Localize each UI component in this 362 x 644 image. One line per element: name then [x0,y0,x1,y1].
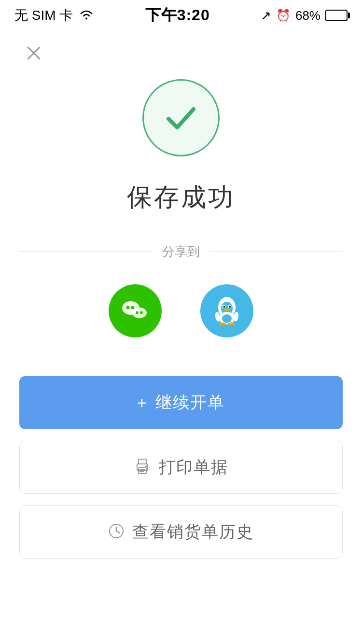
divider-left [19,252,153,252]
action-buttons: + 继续开单 打印单据 [0,376,362,559]
status-bar-left: 无 SIM 卡 [14,6,94,25]
svg-point-8 [140,311,143,314]
divider-right [209,252,343,252]
status-bar-time: 下午3:20 [145,5,210,26]
svg-point-19 [228,322,235,325]
status-bar-right: ↗ ⏰ 68% [261,8,348,23]
qq-icon [211,294,243,328]
svg-point-14 [229,306,231,308]
clock-icon [108,523,125,542]
svg-point-17 [222,314,232,323]
svg-point-5 [131,306,135,309]
svg-point-27 [145,465,147,467]
wechat-share-button[interactable] [109,284,162,337]
share-divider: 分享到 [19,243,343,260]
carrier-text: 无 SIM 卡 [14,6,73,25]
close-icon [25,44,42,62]
svg-point-7 [136,311,139,314]
share-icons-container [19,284,343,337]
svg-point-0 [85,18,87,20]
main-content: 保存成功 分享到 [0,31,362,559]
svg-line-30 [116,531,120,533]
wifi-icon [79,10,94,21]
wechat-icon [119,297,151,324]
location-icon: ↗ [261,8,271,23]
svg-point-13 [223,306,225,308]
continue-order-label: 继续开单 [155,392,225,414]
battery-icon [325,10,348,21]
svg-point-18 [219,322,226,325]
print-label: 打印单据 [159,456,228,478]
svg-point-15 [224,308,229,311]
svg-point-4 [126,306,130,309]
history-label: 查看销货单历史 [132,521,254,543]
success-title: 保存成功 [127,181,235,214]
status-bar: 无 SIM 卡 下午3:20 ↗ ⏰ 68% [0,0,362,31]
battery-percentage: 68% [295,8,320,23]
alarm-icon: ⏰ [276,9,291,22]
share-label: 分享到 [162,243,200,260]
success-circle [142,79,220,156]
checkmark-icon [162,98,200,137]
close-button[interactable] [19,39,48,68]
continue-order-button[interactable]: + 继续开单 [19,376,343,429]
history-button[interactable]: 查看销货单历史 [19,505,343,559]
plus-icon: + [137,394,148,411]
print-button[interactable]: 打印单据 [19,441,343,494]
qq-share-button[interactable] [200,284,253,337]
printer-icon [134,458,151,477]
share-section: 分享到 [0,243,362,337]
svg-rect-23 [139,459,146,464]
svg-point-6 [132,308,147,318]
